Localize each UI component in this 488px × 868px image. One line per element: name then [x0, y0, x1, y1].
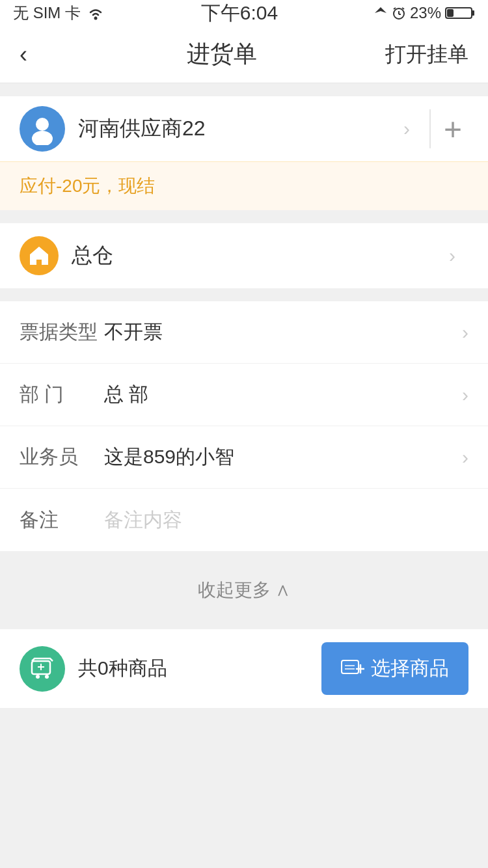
person-icon [26, 113, 59, 145]
home-icon [27, 244, 51, 267]
salesperson-value: 这是859的小智 [104, 444, 462, 470]
status-right: 23% [373, 4, 475, 22]
notice-bar: 应付-20元，现结 [0, 161, 488, 210]
svg-point-0 [94, 17, 98, 20]
section-gap-1 [0, 83, 488, 96]
battery-icon [445, 6, 475, 20]
product-count: 共0种商品 [78, 655, 321, 682]
supplier-divider [429, 109, 431, 148]
warehouse-section[interactable]: 总仓 › [0, 223, 488, 288]
salesperson-row[interactable]: 业务员 这是859的小智 › [0, 426, 488, 489]
svg-point-9 [36, 118, 49, 131]
select-product-icon [341, 660, 364, 678]
salesperson-label: 业务员 [20, 444, 104, 470]
supplier-avatar [20, 106, 65, 152]
remark-value[interactable]: 备注内容 [104, 507, 468, 534]
department-row[interactable]: 部 门 总 部 › [0, 364, 488, 426]
svg-rect-16 [342, 660, 359, 673]
cart-icon-wrap [20, 646, 65, 692]
svg-point-10 [32, 131, 53, 145]
department-label: 部 门 [20, 381, 104, 408]
wifi-icon [86, 6, 105, 20]
warehouse-chevron-icon: › [449, 245, 455, 267]
back-button[interactable]: ‹ [20, 41, 59, 68]
battery-percent: 23% [410, 4, 441, 22]
salesperson-chevron-icon: › [462, 446, 468, 468]
department-chevron-icon: › [462, 384, 468, 406]
bottom-bar: 共0种商品 选择商品 [0, 629, 488, 708]
remark-row[interactable]: 备注 备注内容 [0, 489, 488, 551]
status-time: 下午6:04 [201, 0, 278, 27]
invoice-type-value: 不开票 [104, 319, 462, 346]
form-section: 票据类型 不开票 › 部 门 总 部 › 业务员 这是859的小智 › 备注 备… [0, 301, 488, 551]
select-product-label: 选择商品 [371, 655, 449, 682]
page-title: 进货单 [187, 38, 257, 70]
supplier-chevron-icon: › [403, 118, 410, 140]
invoice-type-row[interactable]: 票据类型 不开票 › [0, 301, 488, 364]
invoice-type-label: 票据类型 [20, 319, 104, 346]
add-supplier-button[interactable]: + [437, 111, 468, 147]
svg-rect-7 [472, 10, 474, 16]
svg-point-13 [45, 675, 49, 679]
select-product-button[interactable]: 选择商品 [321, 642, 468, 695]
collapse-label: 收起更多 ∧ [198, 578, 291, 603]
warehouse-name: 总仓 [72, 241, 449, 270]
collapse-button[interactable]: 收起更多 ∧ [0, 564, 488, 616]
cart-icon [29, 656, 55, 682]
status-left: 无 SIM 卡 [13, 3, 105, 23]
location-icon [373, 6, 388, 20]
alarm-icon [392, 6, 406, 20]
department-value: 总 部 [104, 381, 462, 408]
nav-bar: ‹ 进货单 打开挂单 [0, 26, 488, 83]
invoice-type-chevron-icon: › [462, 321, 468, 344]
remark-label: 备注 [20, 507, 104, 534]
supplier-name: 河南供应商22 [78, 115, 403, 143]
open-pending-button[interactable]: 打开挂单 [385, 40, 468, 69]
svg-rect-8 [447, 9, 454, 17]
svg-line-4 [394, 8, 396, 9]
no-sim-text: 无 SIM 卡 [13, 3, 81, 23]
supplier-section[interactable]: 河南供应商22 › + [0, 96, 488, 161]
svg-point-12 [36, 675, 40, 679]
warehouse-icon [20, 236, 59, 275]
svg-line-5 [402, 8, 404, 9]
status-bar: 无 SIM 卡 下午6:04 23% [0, 0, 488, 26]
